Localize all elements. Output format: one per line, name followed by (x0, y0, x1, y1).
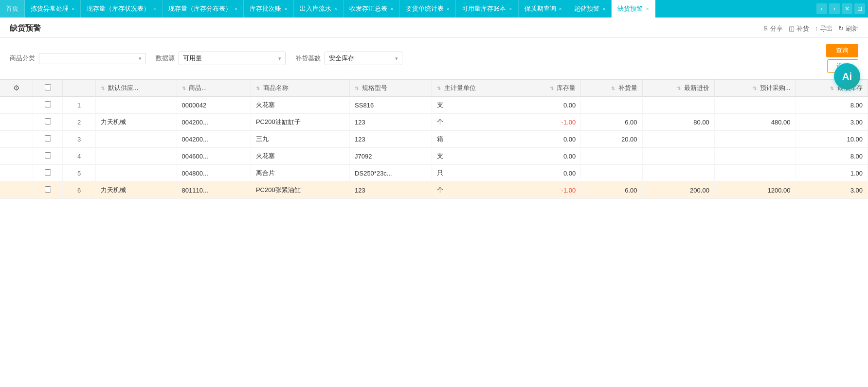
row-stock-1: -1.00 (515, 114, 580, 131)
export-icon: ↑ (815, 25, 818, 32)
col-header-supplier[interactable]: ⇅ 默认供应... (95, 80, 177, 97)
category-select[interactable]: ▾ (39, 53, 146, 64)
nav-label: 保质期查询 (524, 4, 556, 13)
row-settings-0 (0, 97, 33, 114)
row-code-3: 004600... (177, 148, 251, 165)
row-name-5: PC200张紧油缸 (251, 182, 349, 199)
refresh-action[interactable]: ↻ 刷新 (838, 24, 858, 33)
nav-close[interactable]: × (559, 6, 562, 12)
nav-flow[interactable]: 出入库流水 × (294, 0, 344, 18)
row-price-0 (642, 97, 714, 114)
datasource-filter-group: 数据源 可用量 ▾ (156, 52, 286, 65)
nav-current-status[interactable]: 现存量（库存状况表） × (81, 0, 162, 18)
select-all-checkbox[interactable] (45, 84, 51, 90)
nav-home[interactable]: 首页 (0, 0, 25, 18)
nav-close[interactable]: × (509, 6, 512, 12)
row-price-1: 80.00 (642, 114, 714, 131)
row-min-0: 8.00 (796, 97, 868, 114)
nav-close[interactable]: × (390, 6, 393, 12)
col-header-price[interactable]: ⇅ 最新进价 (642, 80, 714, 97)
nav-label: 拣货异常处理 (31, 4, 69, 13)
col-header-stock[interactable]: ⇅ 库存量 (515, 80, 580, 97)
row-spec-3: J7092 (350, 148, 432, 165)
shortage-table: ⚙ ⇅ 默认供应... ⇅ 商品... ⇅ (0, 79, 868, 199)
share-action[interactable]: ⎘ 分享 (764, 24, 783, 33)
nav-available-ledger[interactable]: 可用量库存账本 × (456, 0, 518, 18)
col-header-est[interactable]: ⇅ 预计采购... (714, 80, 796, 97)
nav-close[interactable]: × (646, 6, 649, 12)
query-button[interactable]: 查询 (826, 44, 858, 57)
table-row: 5 004800... 离合片 DS250*23c... 只 0.00 1.00 (0, 165, 868, 182)
row-spec-5: 123 (350, 182, 432, 199)
row-est-2 (714, 131, 796, 148)
table-row: 1 0000042 火花塞 SS816 支 0.00 8.00 (0, 97, 868, 114)
row-checkbox-2[interactable] (45, 135, 51, 141)
replenish-base-filter-group: 补货基数 安全库存 ▾ (295, 52, 402, 65)
row-price-4 (642, 165, 714, 182)
nav-close-current-btn[interactable]: ✕ (842, 3, 852, 14)
nav-expiry[interactable]: 保质期查询 × (519, 0, 568, 18)
nav-defect-handle[interactable]: 拣货异常处理 × (25, 0, 81, 18)
nav-demand-stat[interactable]: 要货单统计表 × (400, 0, 456, 18)
nav-label: 要货单统计表 (406, 4, 444, 13)
row-num-2: 3 (63, 131, 96, 148)
nav-label: 收发存汇总表 (349, 4, 387, 13)
row-checkbox-3[interactable] (45, 152, 51, 158)
col-header-spec[interactable]: ⇅ 规格型号 (350, 80, 432, 97)
nav-prev-btn[interactable]: ‹ (816, 3, 827, 14)
row-num-3: 4 (63, 148, 96, 165)
nav-collect[interactable]: 收发存汇总表 × (344, 0, 399, 18)
row-supplier-1: 力天机械 (95, 114, 177, 131)
col-header-code[interactable]: ⇅ 商品... (177, 80, 251, 97)
nav-next-btn[interactable]: › (829, 3, 840, 14)
nav-shortage[interactable]: 缺货预警 × (612, 0, 655, 18)
datasource-label: 数据源 (156, 54, 175, 63)
col-header-settings: ⚙ (0, 80, 33, 97)
col-header-name[interactable]: ⇅ 商品名称 (251, 80, 349, 97)
export-action[interactable]: ↑ 导出 (815, 24, 833, 33)
row-checkbox-5[interactable] (45, 186, 51, 193)
row-settings-4 (0, 165, 33, 182)
nav-close[interactable]: × (235, 6, 237, 12)
col-header-replenish[interactable]: ⇅ 补货量 (581, 80, 642, 97)
replenish-action[interactable]: ◫ 补货 (789, 24, 809, 33)
ai-badge[interactable]: Ai (834, 63, 860, 89)
nav-close[interactable]: × (447, 6, 450, 12)
nav-close-all-btn[interactable]: ⊡ (854, 3, 865, 14)
table-gear-icon[interactable]: ⚙ (13, 84, 19, 92)
refresh-label: 刷新 (846, 24, 858, 33)
row-est-0 (714, 97, 796, 114)
nav-close[interactable]: × (334, 6, 337, 12)
nav-close[interactable]: × (72, 6, 74, 12)
nav-label: 超储预警 (574, 4, 599, 13)
nav-close[interactable]: × (602, 6, 605, 12)
replenish-base-value: 安全库存 (329, 54, 395, 63)
nav-current-dist[interactable]: 现存量（库存分布表） × (163, 0, 244, 18)
row-checkbox-4[interactable] (45, 169, 51, 176)
nav-home-label: 首页 (6, 4, 18, 13)
row-replenish-3 (581, 148, 642, 165)
nav-batch-account[interactable]: 库存批次账 × (244, 0, 293, 18)
nav-close[interactable]: × (284, 6, 287, 12)
filter-row: 商品分类 ▾ 数据源 可用量 ▾ 补货基数 安全库存 ▾ 查询 设置 (0, 38, 868, 79)
row-replenish-2: 20.00 (581, 131, 642, 148)
row-num-1: 2 (63, 114, 96, 131)
nav-close[interactable]: × (153, 6, 156, 12)
row-name-3: 火花塞 (251, 148, 349, 165)
row-code-2: 004200... (177, 131, 251, 148)
replenish-base-select[interactable]: 安全库存 ▾ (325, 52, 402, 65)
row-stock-3: 0.00 (515, 148, 580, 165)
refresh-icon: ↻ (838, 25, 844, 32)
nav-label: 出入库流水 (300, 4, 331, 13)
row-min-3: 8.00 (796, 148, 868, 165)
row-checkbox-1[interactable] (45, 118, 51, 124)
row-num-5: 6 (63, 182, 96, 199)
col-header-unit[interactable]: ⇅ 主计量单位 (432, 80, 515, 97)
row-checkbox-0[interactable] (45, 101, 51, 107)
nav-overstock[interactable]: 超储预警 × (568, 0, 612, 18)
row-est-4 (714, 165, 796, 182)
row-stock-2: 0.00 (515, 131, 580, 148)
row-name-4: 离合片 (251, 165, 349, 182)
row-supplier-0 (95, 97, 177, 114)
datasource-select[interactable]: 可用量 ▾ (179, 52, 286, 65)
